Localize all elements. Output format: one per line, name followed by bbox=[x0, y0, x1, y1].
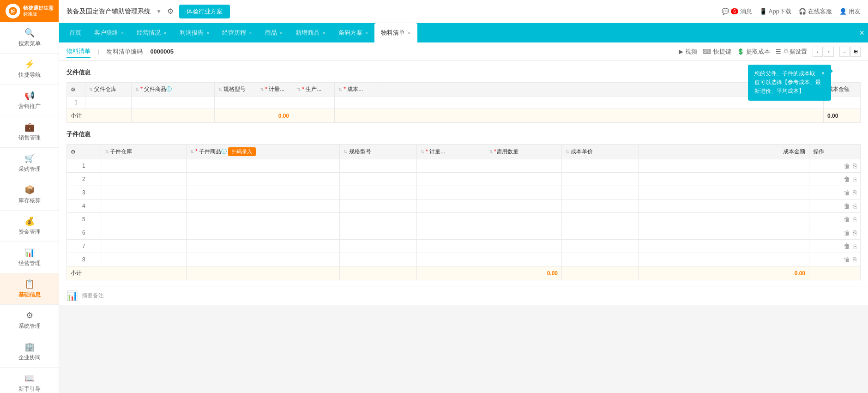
delete-icon-3[interactable]: 🗑 bbox=[844, 189, 850, 196]
child-warehouse-2[interactable] bbox=[101, 173, 186, 186]
sidebar-item-basic-info[interactable]: 📋 基础信息 bbox=[0, 273, 59, 305]
tab-profit[interactable]: 利润报告 × bbox=[173, 23, 216, 42]
child-qty-5[interactable] bbox=[485, 213, 561, 226]
child-unitcost-2[interactable] bbox=[562, 173, 639, 186]
copy-icon-4[interactable]: ⎘ bbox=[853, 202, 856, 210]
parent-product-1[interactable] bbox=[132, 97, 215, 109]
sidebar-item-system[interactable]: ⚙ 系统管理 bbox=[0, 305, 59, 336]
tab-profit-close[interactable]: × bbox=[206, 30, 209, 36]
online-service-button[interactable]: 🎧 在线客服 bbox=[799, 7, 832, 16]
child-qty-4[interactable] bbox=[485, 200, 561, 213]
child-warehouse-5[interactable] bbox=[101, 213, 186, 226]
child-qty-8[interactable] bbox=[485, 253, 561, 266]
child-unit-5[interactable] bbox=[416, 213, 485, 226]
child-product-6[interactable] bbox=[186, 226, 340, 240]
parent-cost-1[interactable] bbox=[335, 97, 376, 109]
sub-tab-bom-list[interactable]: 物料清单 bbox=[66, 45, 90, 58]
child-unit-3[interactable] bbox=[416, 186, 485, 200]
child-unitcost-1[interactable] bbox=[562, 159, 639, 173]
child-spec-2[interactable] bbox=[340, 173, 416, 186]
child-warehouse-6[interactable] bbox=[101, 226, 186, 240]
delete-icon-8[interactable]: 🗑 bbox=[844, 256, 850, 263]
child-product-5[interactable] bbox=[186, 213, 340, 226]
child-col-settings[interactable]: ⚙ bbox=[67, 145, 101, 159]
copy-icon-2[interactable]: ⎘ bbox=[853, 175, 856, 183]
child-spec-8[interactable] bbox=[340, 253, 416, 266]
delete-icon-5[interactable]: 🗑 bbox=[844, 216, 850, 223]
child-warehouse-1[interactable] bbox=[101, 159, 186, 173]
child-product-4[interactable] bbox=[186, 200, 340, 213]
user-menu-button[interactable]: 👤 用友 bbox=[839, 7, 861, 16]
child-unitcost-4[interactable] bbox=[562, 200, 639, 213]
child-spec-1[interactable] bbox=[340, 159, 416, 173]
copy-icon-3[interactable]: ⎘ bbox=[853, 189, 856, 196]
child-product-3[interactable] bbox=[186, 186, 340, 200]
delete-icon-4[interactable]: 🗑 bbox=[844, 202, 850, 210]
child-warehouse-8[interactable] bbox=[101, 253, 186, 266]
video-button[interactable]: ▶ 视频 bbox=[679, 48, 697, 56]
child-unit-8[interactable] bbox=[416, 253, 485, 266]
tab-new-product[interactable]: 新增商品 × bbox=[289, 23, 332, 42]
child-spec-7[interactable] bbox=[340, 240, 416, 253]
tab-bom-close[interactable]: × bbox=[408, 30, 410, 36]
child-spec-4[interactable] bbox=[340, 200, 416, 213]
child-unitcost-5[interactable] bbox=[562, 213, 639, 226]
child-unitcost-8[interactable] bbox=[562, 253, 639, 266]
child-unitcost-3[interactable] bbox=[562, 186, 639, 200]
child-product-2[interactable] bbox=[186, 173, 340, 186]
child-spec-3[interactable] bbox=[340, 186, 416, 200]
trial-button[interactable]: 体验行业方案 bbox=[179, 5, 230, 18]
parent-production-1[interactable] bbox=[293, 97, 335, 109]
child-warehouse-3[interactable] bbox=[101, 186, 186, 200]
tab-customer-close[interactable]: × bbox=[121, 30, 124, 36]
child-qty-2[interactable] bbox=[485, 173, 561, 186]
tab-operation[interactable]: 经营情况 × bbox=[130, 23, 173, 42]
delete-icon-7[interactable]: 🗑 bbox=[844, 242, 850, 250]
child-warehouse-7[interactable] bbox=[101, 240, 186, 253]
delete-icon-2[interactable]: 🗑 bbox=[844, 175, 850, 183]
prev-button[interactable]: ‹ bbox=[813, 47, 823, 57]
tab-home[interactable]: 首页 bbox=[63, 23, 88, 42]
tab-history-close[interactable]: × bbox=[249, 30, 252, 36]
child-spec-5[interactable] bbox=[340, 213, 416, 226]
tab-product[interactable]: 商品 × bbox=[259, 23, 289, 42]
child-unit-1[interactable] bbox=[416, 159, 485, 173]
sidebar-item-search[interactable]: 🔍 搜索菜单 bbox=[0, 22, 59, 54]
copy-icon-8[interactable]: ⎘ bbox=[853, 256, 856, 263]
tab-new-product-close[interactable]: × bbox=[322, 30, 325, 36]
tab-barcode[interactable]: 条码方案 × bbox=[332, 23, 374, 42]
shortcut-button[interactable]: ⌨ 快捷键 bbox=[703, 48, 731, 56]
child-warehouse-4[interactable] bbox=[101, 200, 186, 213]
sidebar-item-marketing[interactable]: 📢 营销推广 bbox=[0, 85, 59, 116]
tab-barcode-close[interactable]: × bbox=[365, 30, 368, 36]
child-product-1[interactable] bbox=[186, 159, 340, 173]
child-product-8[interactable] bbox=[186, 253, 340, 266]
delete-icon-1[interactable]: 🗑 bbox=[844, 162, 850, 169]
child-qty-1[interactable] bbox=[485, 159, 561, 173]
app-download-button[interactable]: 📱 App下载 bbox=[760, 7, 791, 16]
delete-icon-6[interactable]: 🗑 bbox=[844, 229, 850, 236]
sidebar-item-enterprise[interactable]: 🏢 企业协同 bbox=[0, 336, 59, 368]
parent-warehouse-1[interactable] bbox=[85, 97, 132, 109]
copy-icon-5[interactable]: ⎘ bbox=[853, 216, 856, 223]
parent-spec-1[interactable] bbox=[215, 97, 256, 109]
child-unit-4[interactable] bbox=[416, 200, 485, 213]
tab-history[interactable]: 经营历程 × bbox=[216, 23, 258, 42]
child-qty-3[interactable] bbox=[485, 186, 561, 200]
sidebar-item-quick-nav[interactable]: ⚡ 快捷导航 bbox=[0, 54, 59, 85]
tab-bom[interactable]: 物料清单 × bbox=[374, 23, 417, 42]
child-unitcost-7[interactable] bbox=[562, 240, 639, 253]
extract-cost-button[interactable]: 💲 提取成本 bbox=[737, 48, 770, 56]
settings-gear-icon[interactable]: ⚙ bbox=[167, 7, 174, 16]
sidebar-item-guide[interactable]: 📖 新手引导 bbox=[0, 368, 59, 393]
parent-col-settings[interactable]: ⚙ bbox=[67, 83, 85, 97]
sidebar-item-finance[interactable]: 💰 资金管理 bbox=[0, 211, 59, 242]
next-button[interactable]: › bbox=[824, 47, 834, 57]
copy-icon-6[interactable]: ⎘ bbox=[853, 229, 856, 236]
sidebar-item-inventory[interactable]: 📦 库存核算 bbox=[0, 179, 59, 211]
tab-product-close[interactable]: × bbox=[280, 30, 283, 36]
copy-icon-7[interactable]: ⎘ bbox=[853, 242, 856, 250]
child-unit-6[interactable] bbox=[416, 226, 485, 240]
child-qty-6[interactable] bbox=[485, 226, 561, 240]
child-unitcost-6[interactable] bbox=[562, 226, 639, 240]
